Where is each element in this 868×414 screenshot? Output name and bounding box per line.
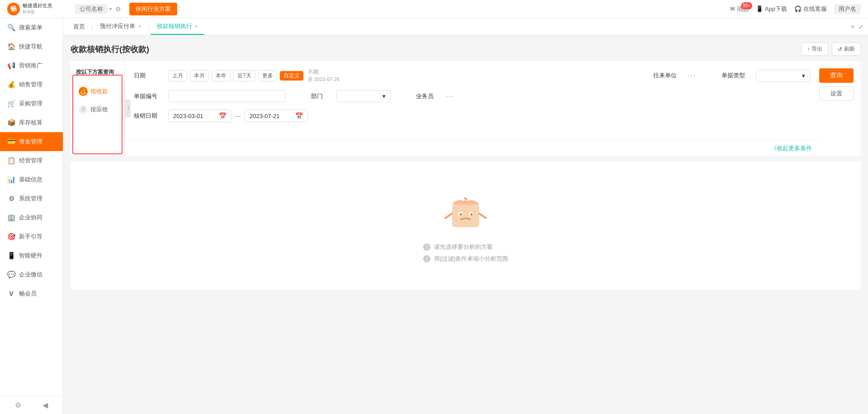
tab-home[interactable]: 首页 bbox=[68, 19, 90, 34]
date-btn-7days[interactable]: 近7天 bbox=[233, 70, 255, 81]
guide-icon: 🎯 bbox=[7, 233, 15, 241]
sidebar-bottom: ⚙ ◀ bbox=[0, 396, 63, 414]
date-btn-this-year[interactable]: 本年 bbox=[212, 70, 231, 81]
calendar-end-icon: 📅 bbox=[295, 112, 303, 119]
enterprise-icon: 🏢 bbox=[7, 214, 15, 222]
wechat-icon: 💬 bbox=[7, 271, 15, 279]
sidebar-item-search[interactable]: 🔍 搜索菜单 bbox=[0, 18, 63, 37]
verify-date-start-input[interactable]: 2023-03-01 📅 bbox=[168, 109, 231, 122]
window-close-button[interactable]: × bbox=[851, 23, 854, 30]
empty-state: ? 1 请先选择要分析的方案 2 用[过滤]条件来缩小分析范围 bbox=[71, 162, 861, 290]
staff-dots-btn[interactable]: ··· bbox=[446, 92, 454, 100]
sidebar-item-basic-info[interactable]: 📊 基础信息 bbox=[0, 170, 63, 189]
query-button[interactable]: 查询 bbox=[819, 68, 854, 83]
sidebar-item-sales[interactable]: 💰 销售管理 bbox=[0, 75, 63, 94]
sidebar-item-inventory[interactable]: 📦 库存核算 bbox=[0, 113, 63, 132]
sidebar-collapse-icon[interactable]: ◀ bbox=[42, 401, 48, 409]
bill-no-label: 单据编号 bbox=[134, 92, 161, 100]
tab-receipt-close[interactable]: × bbox=[195, 24, 198, 29]
svg-rect-0 bbox=[452, 205, 479, 227]
sidebar-settings-icon[interactable]: ⚙ bbox=[15, 401, 21, 409]
sidebar-item-hardware[interactable]: 📱 智能硬件 bbox=[0, 246, 63, 265]
online-service-button[interactable]: 🎧 在线客服 bbox=[794, 5, 827, 13]
setting-button[interactable]: 设置 bbox=[819, 86, 854, 101]
filter-form: 日期 上月 本月 本年 近7天 更多 自定义 不限 至 2023-07- bbox=[125, 61, 819, 137]
operations-icon: 📋 bbox=[7, 157, 15, 165]
filter-collapse-button[interactable]: 《 bbox=[124, 100, 131, 118]
date-btn-more[interactable]: 更多 bbox=[258, 70, 277, 81]
finance-icon: 💳 bbox=[7, 138, 15, 146]
staff-label: 业务员 bbox=[416, 92, 439, 100]
message-badge: 99+ bbox=[741, 2, 752, 10]
tip-num-1: 1 bbox=[423, 243, 430, 251]
bill-type-select[interactable]: ▾ bbox=[756, 70, 810, 82]
window-expand-button[interactable]: ⤢ bbox=[858, 23, 863, 30]
bill-no-input[interactable] bbox=[168, 90, 286, 102]
sidebar-item-marketing[interactable]: 📢 营销推广 bbox=[0, 56, 63, 75]
message-button[interactable]: ✉ 消息 99+ bbox=[730, 5, 749, 13]
sidebar-item-wechat[interactable]: 💬 企业微信 bbox=[0, 265, 63, 284]
company-dropdown-icon[interactable]: ▾ bbox=[109, 6, 112, 11]
filter-area: 按以下方案查询 💰 按收款 ⏱ 按应收 《 bbox=[71, 61, 861, 156]
message-icon: ✉ bbox=[730, 5, 735, 12]
sidebar-item-enterprise[interactable]: 🏢 企业协同 bbox=[0, 208, 63, 227]
tab-bar: 首页 | 预付冲应付单 × | 收款核销执行 × × ⤢ bbox=[63, 18, 868, 35]
app-download-button[interactable]: 📱 App下载 bbox=[756, 5, 787, 13]
headset-icon: 🎧 bbox=[794, 5, 802, 12]
settings-icon[interactable]: ⚙ bbox=[115, 5, 121, 13]
tip-num-2: 2 bbox=[423, 255, 430, 262]
filter-form-container: 日期 上月 本月 本年 近7天 更多 自定义 不限 至 2023-07- bbox=[125, 61, 819, 156]
empty-illustration: ? bbox=[443, 189, 488, 234]
logo-icon: 畅 bbox=[7, 3, 20, 15]
date-nolimit-text: 不限 bbox=[308, 68, 340, 76]
calendar-start-icon: 📅 bbox=[219, 112, 226, 119]
sidebar-item-finance[interactable]: 💳 资金管理 bbox=[0, 132, 63, 151]
search-icon: 🔍 bbox=[7, 24, 15, 32]
partner-dots-btn[interactable]: ··· bbox=[688, 71, 696, 80]
sidebar-item-guide[interactable]: 🎯 新手引导 bbox=[0, 227, 63, 246]
page-content: 收款核销执行(按收款) ↑ 导出 ↺ 刷新 按以下方案查询 bbox=[63, 35, 868, 414]
sidebar-item-member[interactable]: V 畅会员 bbox=[0, 284, 63, 303]
svg-text:?: ? bbox=[463, 196, 467, 204]
verify-date-end-input[interactable]: 2023-07-21 📅 bbox=[245, 109, 308, 122]
filter-row-3: 核销日期 2023-03-01 📅 — 2023-07-21 📅 bbox=[134, 109, 810, 122]
hardware-icon: 📱 bbox=[7, 252, 15, 260]
date-btn-last-month[interactable]: 上月 bbox=[168, 70, 187, 81]
sidebar-item-purchase[interactable]: 🛒 采购管理 bbox=[0, 94, 63, 113]
svg-point-3 bbox=[460, 214, 462, 216]
solution-button[interactable]: 休闲行业方案 bbox=[129, 3, 177, 15]
home-icon: 🏠 bbox=[7, 43, 15, 51]
dept-label: 部门 bbox=[311, 92, 329, 100]
main-layout: 🔍 搜索菜单 🏠 快捷导航 📢 营销推广 💰 销售管理 🛒 采购管理 📦 库存核… bbox=[0, 18, 868, 414]
empty-tip-2: 2 用[过滤]条件来缩小分析范围 bbox=[423, 255, 508, 263]
bill-type-label: 单据类型 bbox=[722, 71, 749, 80]
inventory-icon: 📦 bbox=[7, 119, 15, 127]
sidebar-item-quick-nav[interactable]: 🏠 快捷导航 bbox=[0, 37, 63, 56]
dept-dropdown-icon: ▾ bbox=[382, 93, 386, 100]
tab-right-actions: × ⤢ bbox=[851, 23, 863, 30]
query-buttons: 查询 设置 bbox=[819, 61, 861, 156]
tab-receipt-verify[interactable]: 收款核销执行 × bbox=[151, 19, 204, 35]
page-actions: ↑ 导出 ↺ 刷新 bbox=[801, 43, 861, 56]
company-selector[interactable]: 公司名称 bbox=[75, 4, 108, 14]
svg-line-6 bbox=[479, 214, 486, 218]
export-button[interactable]: ↑ 导出 bbox=[801, 43, 828, 56]
filter-row-2: 单据编号 部门 ▾ 业务员 ··· bbox=[134, 90, 810, 102]
verify-date-label: 核销日期 bbox=[134, 112, 161, 120]
dept-select[interactable]: ▾ bbox=[336, 90, 391, 102]
refresh-button[interactable]: ↺ 刷新 bbox=[832, 43, 861, 56]
phone-icon: 📱 bbox=[756, 5, 763, 12]
member-icon: V bbox=[7, 290, 15, 297]
date-label: 日期 bbox=[134, 71, 161, 80]
tab-prepay-conflict[interactable]: 预付冲应付单 × bbox=[94, 19, 147, 35]
date-btn-this-month[interactable]: 本月 bbox=[190, 70, 209, 81]
sidebar: 🔍 搜索菜单 🏠 快捷导航 📢 营销推广 💰 销售管理 🛒 采购管理 📦 库存核… bbox=[0, 18, 63, 414]
verify-date-range: 2023-03-01 📅 — 2023-07-21 📅 bbox=[168, 109, 308, 122]
sidebar-item-system[interactable]: ⚙ 系统管理 bbox=[0, 189, 63, 208]
page-title: 收款核销执行(按收款) bbox=[71, 44, 149, 55]
collapse-more-button[interactable]: 《 收起更多条件 bbox=[125, 140, 819, 156]
sidebar-item-operations[interactable]: 📋 经营管理 bbox=[0, 151, 63, 170]
user-profile[interactable]: 用户名 bbox=[834, 4, 861, 14]
empty-tips: 1 请先选择要分析的方案 2 用[过滤]条件来缩小分析范围 bbox=[423, 243, 508, 263]
tab-prepay-close[interactable]: × bbox=[138, 24, 141, 29]
